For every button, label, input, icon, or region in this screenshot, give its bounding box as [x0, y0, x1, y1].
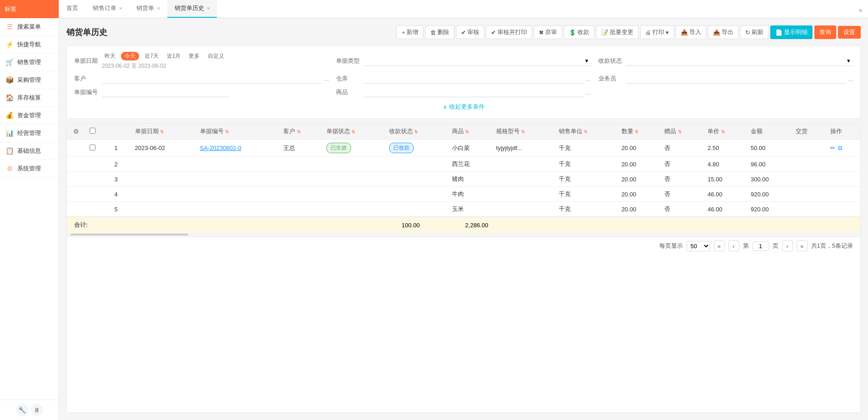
filter-goods-field: 商品 ...: [336, 87, 591, 97]
cell-settings: [67, 187, 85, 202]
export-button[interactable]: 📤 导出: [708, 25, 738, 39]
th-customer[interactable]: 客户 ⇅: [279, 124, 322, 140]
tab-home[interactable]: 首页: [59, 0, 85, 18]
close-sales-goods-icon[interactable]: ×: [157, 5, 160, 11]
sidebar-item-label: 基础信息: [17, 147, 41, 155]
sidebar-pause-btn[interactable]: ⏸: [30, 404, 43, 416]
sidebar-item-system-mgmt[interactable]: ⚙ 系统管理: [0, 160, 59, 178]
review-print-label: 审核并打印: [497, 28, 527, 36]
sort-quantity-icon: ⇅: [635, 129, 638, 134]
warehouse-input[interactable]: [364, 74, 583, 84]
th-unit[interactable]: 销售单位 ⇅: [554, 124, 617, 140]
th-doc-no[interactable]: 单据编号 ⇅: [196, 124, 279, 140]
cell-doc-no: [196, 202, 279, 217]
table-row: 4 牛肉 千克 20.00 否 46.00 920.00: [67, 187, 860, 202]
print-button[interactable]: 🖨 打印 ▾: [640, 25, 674, 39]
batch-change-button[interactable]: 📝 批量变更: [596, 25, 638, 39]
sidebar-item-finance[interactable]: 💰 资金管理: [0, 107, 59, 125]
scrollbar-thumb: [70, 234, 188, 235]
doc-no-input[interactable]: [102, 87, 229, 97]
date-tab-yesterday[interactable]: 昨天: [102, 51, 118, 61]
salesperson-picker-btn[interactable]: ...: [848, 75, 853, 82]
first-page-btn[interactable]: «: [714, 240, 725, 251]
review-button[interactable]: ✔ 审核: [456, 25, 484, 39]
show-detail-button[interactable]: 📄 显示明细: [770, 25, 813, 39]
refresh-button[interactable]: ↻ 刷新: [740, 25, 768, 39]
import-button[interactable]: 📥 导入: [676, 25, 706, 39]
date-tab-more[interactable]: 更多: [186, 51, 202, 61]
doc-type-arrow-icon: ▾: [585, 57, 588, 64]
copy-action-btn[interactable]: ⧉: [838, 145, 842, 151]
close-sales-history-icon[interactable]: ×: [207, 5, 210, 11]
date-tab-custom[interactable]: 自定义: [205, 51, 227, 61]
salesperson-input[interactable]: [626, 74, 845, 84]
query-button[interactable]: 查询: [814, 25, 836, 39]
close-sales-order-icon[interactable]: ×: [119, 5, 122, 11]
date-tab-today[interactable]: 今天: [121, 52, 139, 60]
th-quantity[interactable]: 数量 ⇅: [617, 124, 660, 140]
collect-icon: 💲: [569, 29, 576, 36]
cell-action: [826, 157, 860, 172]
sidebar-item-sales-mgmt[interactable]: 🛒 销售管理: [0, 54, 59, 71]
date-tab-last7[interactable]: 近7天: [142, 51, 161, 61]
date-tab-last-month[interactable]: 近1月: [164, 51, 184, 61]
tab-sales-goods[interactable]: 销货单 ×: [129, 0, 167, 18]
th-amount: 金额: [746, 124, 791, 140]
th-doc-status[interactable]: 单据状态 ⇅: [322, 124, 385, 140]
th-gift[interactable]: 赠品 ⇅: [660, 124, 703, 140]
th-goods[interactable]: 商品 ⇅: [447, 124, 492, 140]
cell-quantity: 20.00: [617, 187, 660, 202]
th-payment-status[interactable]: 收款状态 ⇅: [385, 124, 447, 140]
horizontal-scrollbar[interactable]: [67, 233, 860, 236]
cell-spec: [492, 202, 554, 217]
export-icon: 📤: [713, 29, 720, 36]
table-settings-icon[interactable]: ⚙: [73, 128, 79, 135]
sidebar-item-label: 销售管理: [17, 58, 41, 66]
page-size-select[interactable]: 50 100 200: [687, 241, 710, 251]
select-all-checkbox[interactable]: [90, 128, 95, 134]
collapse-filter-btn[interactable]: ∧ 收起更多条件: [74, 101, 853, 113]
collect-button[interactable]: 💲 收款: [564, 25, 594, 39]
cell-amount: 300.00: [746, 172, 791, 187]
sidebar-item-basic-info[interactable]: 📋 基础信息: [0, 142, 59, 160]
next-page-btn[interactable]: ›: [782, 240, 793, 251]
page-number-input[interactable]: [753, 241, 769, 251]
sidebar-settings-btn[interactable]: 🔧: [16, 404, 29, 416]
settings-button[interactable]: 设置: [838, 26, 861, 39]
th-gift-label: 赠品: [664, 128, 676, 135]
delete-button[interactable]: 🗑 删除: [425, 25, 454, 39]
row-checkbox[interactable]: [90, 145, 95, 150]
tab-sales-order[interactable]: 销售订单 ×: [85, 0, 129, 18]
th-spec[interactable]: 规格型号 ⇅: [492, 124, 554, 140]
payment-status-select[interactable]: ▾: [626, 56, 853, 66]
goods-picker-btn[interactable]: ...: [586, 89, 591, 96]
sidebar-item-search[interactable]: ☰ 搜索菜单: [0, 18, 59, 36]
close-all-tabs-btn[interactable]: ×: [853, 3, 868, 18]
sort-goods-icon: ⇅: [465, 129, 469, 134]
search-icon: ☰: [5, 23, 14, 31]
customer-input[interactable]: [102, 74, 321, 84]
sidebar-item-ops-mgmt[interactable]: 📊 经营管理: [0, 125, 59, 142]
sidebar-item-inventory[interactable]: 🏠 库存核算: [0, 89, 59, 107]
doc-no-link[interactable]: SA-20230602-0: [200, 145, 241, 151]
tab-sales-history[interactable]: 销货单历史 ×: [167, 0, 217, 18]
doc-type-select[interactable]: ▾: [364, 56, 591, 66]
prev-page-btn[interactable]: ‹: [728, 240, 739, 251]
last-page-btn[interactable]: »: [797, 240, 808, 251]
edit-action-btn[interactable]: ✏: [830, 145, 835, 151]
goods-input[interactable]: [364, 87, 583, 97]
print-label: 打印: [652, 28, 664, 36]
customer-picker-btn[interactable]: ...: [324, 75, 329, 82]
th-doc-date[interactable]: 单据日期 ⇅: [130, 124, 196, 140]
sidebar-item-purchase-mgmt[interactable]: 📦 采购管理: [0, 71, 59, 89]
discard-button[interactable]: ✖ 弃审: [534, 25, 562, 39]
data-table-container: ⚙ 单据日期 ⇅ 单据编号 ⇅: [66, 123, 861, 413]
th-unit-price[interactable]: 单价 ⇅: [703, 124, 746, 140]
warehouse-picker-btn[interactable]: ...: [586, 75, 591, 82]
footer-total-amount: 2,286.00: [465, 222, 488, 229]
new-button[interactable]: + 新增: [396, 25, 423, 39]
review-print-button[interactable]: ✔ 审核并打印: [486, 25, 532, 39]
payment-status-arrow-icon: ▾: [847, 57, 850, 64]
cell-spec: [492, 172, 554, 187]
sidebar-item-quick-nav[interactable]: ⚡ 快捷导航: [0, 36, 59, 54]
